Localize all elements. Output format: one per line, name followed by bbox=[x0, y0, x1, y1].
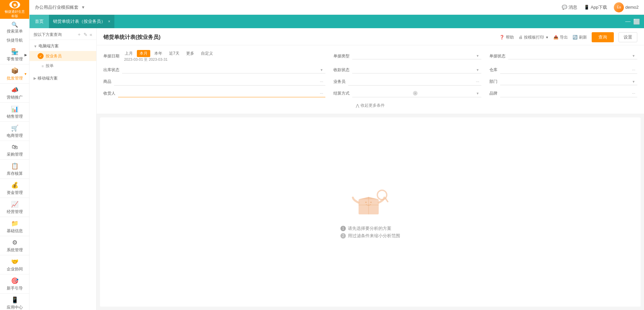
sidebar-item-system[interactable]: ⚙ 系统管理 bbox=[0, 236, 29, 255]
quick-nav[interactable]: 快捷导航 bbox=[0, 36, 29, 45]
date-tab-last-month[interactable]: 上月 bbox=[122, 50, 136, 57]
settle-clear-icon[interactable]: × bbox=[413, 91, 418, 96]
sidebar-item-sales[interactable]: 📊 销售管理 bbox=[0, 103, 29, 122]
sidebar-item-label: 系统管理 bbox=[7, 247, 23, 253]
collapse-button[interactable]: ⋀ 收起更多条件 bbox=[356, 103, 385, 108]
mobile-group-header[interactable]: ▶ 移动端方案 bbox=[30, 73, 96, 83]
brand-input[interactable]: ··· bbox=[500, 90, 637, 97]
warehouse-ellipsis-icon[interactable]: ··· bbox=[632, 67, 635, 72]
type-arrow-icon: ▼ bbox=[476, 54, 479, 58]
filter-type: 单据类型 ▼ bbox=[333, 53, 481, 59]
goods-input[interactable]: ··· bbox=[114, 78, 325, 86]
date-tab-this-year[interactable]: 本年 bbox=[152, 50, 165, 57]
receiver-ellipsis-icon[interactable]: ··· bbox=[320, 91, 323, 96]
svg-text:畅: 畅 bbox=[13, 3, 16, 6]
out-status-dropdown[interactable]: ▼ bbox=[122, 67, 325, 73]
minimize-button[interactable]: — bbox=[625, 18, 631, 24]
page-actions: ❓ 帮助 🖨 按模板打印 ▼ 📤 导出 🔄 刷新 bbox=[499, 32, 637, 42]
sidebar-item-purchase[interactable]: 🛍 采购管理 bbox=[0, 141, 29, 160]
user-menu[interactable]: Ea demo2 bbox=[614, 2, 639, 12]
topbar-title: 办公用品行业模拟账套 bbox=[35, 4, 78, 10]
app-download-label: App下载 bbox=[591, 4, 607, 10]
sidebar-item-label: 新手引导 bbox=[7, 286, 23, 291]
settle-dropdown[interactable]: × ▼ bbox=[352, 90, 481, 97]
settle-label: 结算方式 bbox=[333, 91, 350, 96]
receiver-input[interactable]: ··· bbox=[118, 90, 325, 97]
filter-row-1: 单据日期 上月 本月 本年 近7天 更多 自定义 2023-03-01 至 20… bbox=[103, 50, 637, 62]
settings-button[interactable]: 设置 bbox=[619, 32, 637, 42]
tip1-num: 1 bbox=[340, 226, 346, 231]
ecommerce-icon: 🛒 bbox=[11, 124, 18, 132]
brand-ellipsis-icon[interactable]: ··· bbox=[632, 91, 635, 96]
help-button[interactable]: ❓ 帮助 bbox=[499, 35, 514, 40]
collect-status-dropdown[interactable]: ▼ bbox=[352, 67, 481, 73]
scheme-item-salesman[interactable]: ✓ 按业务员 bbox=[30, 51, 96, 61]
date-tab-this-month[interactable]: 本月 bbox=[137, 50, 150, 57]
sidebar-item-enterprise[interactable]: 🤝 企业协同 bbox=[0, 255, 29, 274]
topbar: 办公用品行业模拟账套 ▼ 💬 消息 📱 App下载 Ea demo2 bbox=[30, 0, 644, 15]
logo-text: 畅捷通好生意 标版 bbox=[5, 9, 25, 18]
type-label: 单据类型 bbox=[333, 53, 350, 59]
collapse-panel-button[interactable]: « bbox=[90, 32, 92, 37]
type-dropdown[interactable]: ▼ bbox=[352, 53, 481, 59]
order-icon: ≡ bbox=[42, 64, 44, 68]
dept-label: 部门 bbox=[489, 79, 497, 85]
svg-line-9 bbox=[385, 198, 388, 202]
sidebar-item-finance[interactable]: 💰 资金管理 bbox=[0, 179, 29, 198]
dept-dropdown[interactable]: ▼ bbox=[500, 79, 637, 85]
panel-title: 按以下方案查询 bbox=[34, 32, 75, 38]
sidebar-item-inventory[interactable]: 📋 库存核算 bbox=[0, 160, 29, 179]
salesman-ellipsis-icon[interactable]: ··· bbox=[476, 79, 479, 84]
page-titlebar: 销货单统计表(按业务员) ❓ 帮助 🖨 按模板打印 ▼ 📤 导出 bbox=[97, 28, 644, 45]
date-range: 2023-03-01 至 2023-03-31 bbox=[124, 57, 325, 62]
system-icon: ⚙ bbox=[12, 239, 17, 246]
date-tab-custom[interactable]: 自定义 bbox=[198, 50, 216, 57]
filter-salesman: 业务员 ··· bbox=[333, 78, 481, 86]
sidebar-item-marketing[interactable]: 📣 营销推广 bbox=[0, 84, 29, 103]
sidebar-item-apps[interactable]: 📱 应用中心 bbox=[0, 294, 29, 310]
sidebar-item-ecommerce[interactable]: 🛒 电商管理 bbox=[0, 122, 29, 141]
enterprise-icon: 🤝 bbox=[11, 258, 18, 265]
salesman-input[interactable]: ··· bbox=[348, 78, 481, 86]
tab-close-icon[interactable]: × bbox=[108, 19, 110, 24]
sidebar-item-label: 采购管理 bbox=[7, 152, 23, 157]
chevron-right-icon: ▶ bbox=[24, 53, 27, 57]
app-download-button[interactable]: 📱 App下载 bbox=[584, 4, 607, 10]
scheme-sub-item-order[interactable]: ≡ 按单 bbox=[30, 61, 96, 71]
date-tab-more[interactable]: 更多 bbox=[183, 50, 197, 57]
topbar-dropdown-icon[interactable]: ▼ bbox=[81, 5, 85, 10]
add-scheme-button[interactable]: ＋ bbox=[77, 32, 82, 38]
query-button[interactable]: 查询 bbox=[592, 32, 614, 42]
sidebar-search[interactable]: 🔍 搜索菜单 bbox=[0, 19, 29, 36]
message-button[interactable]: 💬 消息 bbox=[562, 4, 577, 10]
warehouse-input[interactable]: ··· bbox=[500, 66, 637, 74]
main-area: 办公用品行业模拟账套 ▼ 💬 消息 📱 App下载 Ea demo2 首页 bbox=[30, 0, 644, 310]
status-label: 单据状态 bbox=[489, 53, 505, 59]
maximize-button[interactable]: ⬜ bbox=[633, 18, 640, 25]
sidebar-item-newbie[interactable]: 🎯 新手引导 bbox=[0, 274, 29, 294]
sidebar-item-wholesale[interactable]: 📦 批发管理 ▼ bbox=[0, 64, 29, 84]
sidebar-item-operation[interactable]: 📈 经营管理 bbox=[0, 198, 29, 217]
warehouse-label: 仓库 bbox=[489, 67, 497, 73]
purchase-icon: 🛍 bbox=[12, 144, 18, 151]
receiver-label: 收货人 bbox=[103, 91, 115, 96]
goods-ellipsis-icon[interactable]: ··· bbox=[320, 79, 323, 84]
sidebar-item-base[interactable]: 📁 基础信息 bbox=[0, 217, 29, 236]
help-label: 帮助 bbox=[506, 35, 514, 40]
refresh-button[interactable]: 🔄 刷新 bbox=[573, 35, 587, 40]
edit-scheme-button[interactable]: ✎ bbox=[84, 32, 88, 37]
date-tab-last7[interactable]: 近7天 bbox=[166, 50, 182, 57]
sidebar-item-label: 应用中心 bbox=[7, 305, 23, 310]
tab-home[interactable]: 首页 bbox=[30, 15, 49, 28]
marketing-icon: 📣 bbox=[11, 86, 18, 94]
tab-sales-stat[interactable]: 销货单统计表（按业务员） × bbox=[49, 15, 114, 28]
tabbar: 首页 销货单统计表（按业务员） × — ⬜ bbox=[30, 15, 644, 28]
collect-status-arrow-icon: ▼ bbox=[476, 68, 479, 72]
status-dropdown[interactable]: ▼ bbox=[508, 53, 637, 59]
sidebar-item-retail[interactable]: 🏪 零售管理 ▶ bbox=[0, 45, 29, 64]
desktop-group-header[interactable]: ▼ 电脑端方案 bbox=[30, 41, 96, 51]
export-button[interactable]: 📤 导出 bbox=[553, 35, 568, 40]
template-print-button[interactable]: 🖨 按模板打印 ▼ bbox=[519, 35, 549, 40]
out-status-arrow-icon: ▼ bbox=[320, 68, 323, 72]
right-panel: 销货单统计表(按业务员) ❓ 帮助 🖨 按模板打印 ▼ 📤 导出 bbox=[97, 28, 644, 310]
